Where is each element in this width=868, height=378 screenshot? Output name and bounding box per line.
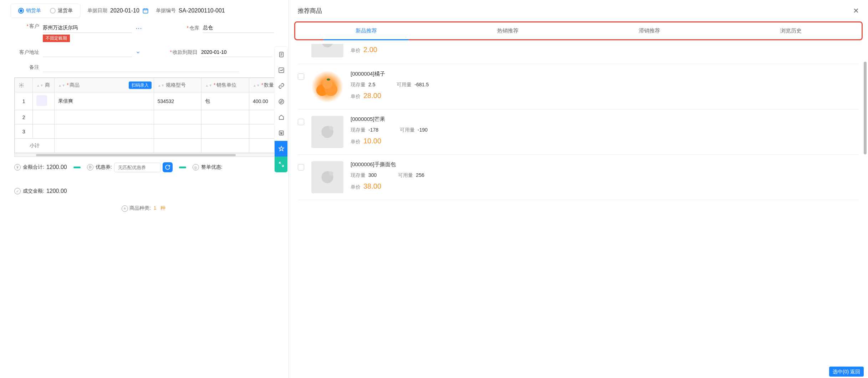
tab-new-recommend[interactable]: 新品推荐	[295, 25, 437, 36]
item-checkbox[interactable]	[298, 73, 304, 80]
warehouse-input[interactable]	[203, 23, 274, 33]
address-input[interactable]	[43, 47, 132, 57]
svg-point-6	[321, 44, 333, 47]
product-thumb-icon	[36, 95, 47, 106]
deal-icon: ✓	[14, 188, 21, 194]
horizontal-scrollbar[interactable]	[15, 153, 281, 157]
account-period-badge: 不固定账期	[43, 35, 70, 42]
doc-date-value[interactable]: 2020-01-10	[110, 7, 139, 14]
list-item[interactable]: [0000005]芒果现存量-178可用量-190单价10.00	[298, 109, 859, 155]
gear-column[interactable]	[15, 78, 33, 92]
kind-icon: ≡	[122, 205, 128, 212]
address-label: 客户地址	[14, 49, 39, 56]
toolbar-link-icon[interactable]	[275, 78, 288, 94]
list-item[interactable]: [0000004]橘子现存量2.5可用量-681.5单价28.00	[298, 64, 859, 109]
avail-stat: 可用量256	[398, 172, 424, 179]
chevron-down-icon[interactable]	[136, 50, 141, 55]
price-stat: 单价38.00	[351, 182, 859, 190]
tab-browse-history[interactable]: 浏览历史	[720, 25, 862, 36]
remark-input[interactable]	[43, 62, 239, 72]
radio-label: 销货单	[26, 7, 41, 14]
cell-spec[interactable]: 534532	[154, 92, 201, 110]
col-header-unit[interactable]: ▲▼*销售单位	[201, 78, 249, 92]
scrollbar-thumb[interactable]	[36, 154, 236, 156]
coupon-field: 券 优惠券:	[87, 162, 173, 172]
refresh-icon[interactable]	[163, 162, 173, 172]
doc-type-selector: 销货单 退货单	[11, 4, 80, 18]
svg-point-15	[329, 171, 333, 176]
recommend-tabs-highlight: 新品推荐 热销推荐 滞销推荐 浏览历史	[294, 21, 863, 40]
coupon-icon: 券	[87, 164, 93, 170]
recommend-title: 推荐商品	[298, 7, 322, 15]
radio-return-order[interactable]: 退货单	[50, 7, 73, 14]
order-discount: ◎ 整单优惠:	[193, 164, 223, 170]
remark-label: 备注	[14, 64, 39, 71]
toolbar-house-icon[interactable]	[275, 109, 288, 125]
close-icon[interactable]: ✕	[853, 6, 859, 15]
product-image	[311, 71, 343, 103]
discount-icon: ◎	[193, 164, 199, 170]
svg-point-11	[327, 78, 330, 81]
yen-icon: ¥	[14, 164, 21, 170]
due-date-input[interactable]	[201, 47, 272, 57]
recommend-list[interactable]: 250ml现存量19952可用量19903单价2.00[0000004]橘子现存…	[289, 44, 868, 366]
minus-icon	[73, 167, 81, 168]
list-item[interactable]: [0000006]手撕面包现存量300可用量256单价38.00	[298, 155, 859, 200]
col-header-short[interactable]: ▲▼商	[33, 78, 55, 92]
col-header-product[interactable]: ▲▼*商品扫码录入	[55, 78, 154, 92]
product-name: [0000005]芒果	[351, 116, 859, 123]
stock-stat: 现存量300	[351, 172, 377, 179]
customer-input[interactable]	[43, 23, 132, 33]
remark-field: 备注	[14, 62, 239, 72]
product-image	[311, 161, 343, 193]
minus-icon	[179, 167, 186, 168]
cell-product[interactable]: 果倍爽	[55, 92, 154, 110]
svg-point-13	[329, 126, 333, 131]
toolbar-doc-icon[interactable]	[275, 47, 288, 62]
vertical-scrollbar[interactable]	[864, 47, 867, 362]
radio-sales-order[interactable]: 销货单	[18, 7, 41, 14]
scrollbar-thumb[interactable]	[864, 62, 867, 154]
coupon-input[interactable]	[114, 163, 160, 172]
item-checkbox[interactable]	[298, 164, 304, 170]
tab-hot-recommend[interactable]: 热销推荐	[437, 25, 578, 36]
col-header-spec[interactable]: ▲▼规格型号	[154, 78, 201, 92]
doc-no-label: 单据编号	[156, 7, 176, 14]
more-icon[interactable]: ⋯	[136, 24, 142, 32]
tab-slow-recommend[interactable]: 滞销推荐	[578, 25, 720, 36]
product-image	[311, 116, 343, 148]
doc-no-value: SA-20200110-001	[179, 7, 225, 14]
amount-total: ¥ 金额合计: 1200.00	[14, 164, 67, 170]
warehouse-label: *仓库	[174, 25, 199, 31]
scan-button[interactable]: 扫码录入	[129, 81, 152, 89]
side-toolbar	[274, 46, 288, 173]
header-row: 销货单 退货单 单据日期 2020-01-10 单据编号 SA-20200110…	[0, 4, 289, 23]
due-date-label: *收款到期日	[163, 49, 198, 56]
doc-no-field: 单据编号 SA-20200110-001	[156, 7, 225, 14]
stock-stat: 现存量-178	[351, 127, 378, 133]
toolbar-expand-icon[interactable]	[275, 157, 288, 172]
svg-rect-0	[143, 9, 148, 13]
table-row[interactable]: 1 果倍爽 534532 包 400.00	[15, 92, 281, 110]
calendar-icon[interactable]	[142, 7, 149, 14]
doc-date-field: 单据日期 2020-01-10	[87, 7, 149, 14]
toolbar-chart-icon[interactable]	[275, 62, 288, 78]
table-row[interactable]: 3	[15, 124, 281, 139]
product-name: [0000006]手撕面包	[351, 161, 859, 168]
cell-unit[interactable]: 包	[201, 92, 249, 110]
product-image	[311, 44, 343, 57]
toolbar-swap-icon[interactable]	[275, 94, 288, 109]
selected-return-button[interactable]: 选中(0) 返回	[829, 367, 864, 377]
radio-circle-icon	[18, 8, 24, 14]
table-row[interactable]: 2	[15, 110, 281, 124]
customer-label: *客户	[14, 23, 39, 30]
list-item[interactable]: 250ml现存量19952可用量19903单价2.00	[298, 44, 859, 64]
toolbar-star-icon[interactable]	[275, 141, 288, 157]
final-amount: ✓ 成交金额: 1200.00	[14, 188, 67, 194]
toolbar-yen-icon[interactable]	[275, 125, 288, 141]
address-field: 客户地址	[14, 47, 141, 57]
item-checkbox[interactable]	[298, 119, 304, 125]
footer-summary: ≡ 商品种类: 1 种	[0, 200, 289, 217]
items-table: ▲▼商 ▲▼*商品扫码录入 ▲▼规格型号 ▲▼*销售单位 ▲▼*数量 1 果倍爽…	[14, 77, 281, 157]
due-date-field: *收款到期日	[163, 47, 272, 57]
